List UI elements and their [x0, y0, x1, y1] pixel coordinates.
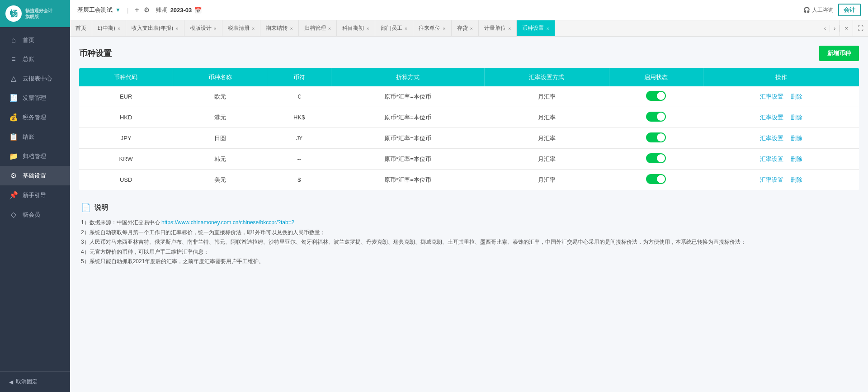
action-rate-link[interactable]: 汇率设置 [760, 93, 783, 100]
calendar-icon[interactable]: 📅 [194, 7, 202, 14]
tab-close-icon[interactable]: × [175, 26, 178, 31]
tab-close-icon[interactable]: × [214, 26, 217, 31]
toggle-enabled[interactable] [646, 112, 666, 122]
action-delete-link[interactable]: 删除 [791, 156, 802, 162]
action-delete-link[interactable]: 删除 [791, 135, 802, 142]
tab-close-icon[interactable]: × [470, 26, 473, 31]
toggle-enabled[interactable] [646, 174, 666, 184]
tab-periodend[interactable]: 期末结转 × [260, 20, 298, 36]
cell-rate-method: 月汇率 [485, 86, 609, 107]
sidebar-item-settings[interactable]: ⚙ 基础设置 [0, 166, 70, 185]
tab-taxclear[interactable]: 税表清册 × [222, 20, 260, 36]
tab-subjects[interactable]: 科目期初 × [337, 20, 375, 36]
tab-close-icon[interactable]: × [366, 26, 369, 31]
sidebar-item-archive[interactable]: 📁 归档管理 [0, 146, 70, 166]
tab-unit[interactable]: 计量单位 × [479, 20, 517, 36]
tab-income[interactable]: 收入支出表(年报) × [126, 20, 184, 36]
tab-partners[interactable]: 往来单位 × [413, 20, 451, 36]
notes-section: 📄 说明 1）数据来源：中国外汇交易中心 https://www.chinamo… [79, 203, 859, 267]
home-icon: ⌂ [9, 36, 18, 44]
sidebar-footer[interactable]: ◀ 取消固定 [0, 371, 70, 392]
tab-close-icon[interactable]: × [328, 26, 331, 31]
tab-balance[interactable]: £(中期) × [92, 20, 126, 36]
tab-filing[interactable]: 归档管理 × [299, 20, 337, 36]
cell-code: KRW [79, 149, 173, 170]
sidebar-item-label: 畅会员 [23, 211, 40, 219]
col-symbol: 币符 [267, 68, 331, 86]
topbar-settings-icon[interactable]: ⚙ [144, 6, 150, 14]
note-item: 2）系统自动获取每月第一个工作日的汇率标价，统一为直接标价法，即1外币可以兑换的… [81, 228, 857, 238]
tab-home[interactable]: 首页 [70, 20, 92, 36]
company-name: 基层工会测试 [77, 6, 113, 14]
topbar-service-button[interactable]: 🎧 人工咨询 [803, 6, 834, 14]
tab-close-icon[interactable]: × [546, 26, 549, 31]
sidebar-nav: ⌂ 首页 ≡ 总账 △ 云报表中心 🧾 发票管理 💰 税务管理 📋 结账 📁 归… [0, 27, 70, 371]
table: 币种代码 币种名称 币符 折算方式 汇率设置方式 启用状态 操作 EUR 欧元 … [79, 68, 859, 190]
action-rate-link[interactable]: 汇率设置 [760, 114, 783, 121]
topbar-add-button[interactable]: + [135, 6, 139, 14]
tab-next-button[interactable]: › [830, 25, 840, 32]
action-rate-link[interactable]: 汇率设置 [760, 176, 783, 183]
sidebar-item-invoice[interactable]: 🧾 发票管理 [0, 88, 70, 108]
tab-close-icon[interactable]: × [290, 26, 292, 31]
tab-close-icon[interactable]: × [508, 26, 511, 31]
sidebar-item-reports[interactable]: △ 云报表中心 [0, 69, 70, 88]
col-name: 币种名称 [173, 68, 267, 86]
topbar-company[interactable]: 基层工会测试 ▼ [77, 6, 121, 14]
action-rate-link[interactable]: 汇率设置 [760, 135, 783, 142]
sidebar-item-tax[interactable]: 💰 税务管理 [0, 108, 70, 127]
action-rate-link[interactable]: 汇率设置 [760, 156, 783, 162]
period-label: 账期 [156, 6, 168, 14]
cell-name: 日圆 [173, 128, 267, 149]
cell-status [609, 170, 703, 190]
cell-conversion: 原币*汇率=本位币 [331, 149, 485, 170]
table-row: HKD 港元 HK$ 原币*汇率=本位币 月汇率 汇率设置 删除 [79, 107, 859, 128]
tab-actions: ‹ › × ⛶ [821, 20, 868, 36]
cell-code: JPY [79, 128, 173, 149]
tab-fullscreen-button[interactable]: ⛶ [853, 20, 868, 36]
tab-close-icon[interactable]: × [252, 26, 255, 31]
new-currency-button[interactable]: 新增币种 [819, 46, 859, 61]
cell-symbol: -- [267, 149, 331, 170]
sidebar-item-label: 新手引导 [23, 191, 46, 199]
action-delete-link[interactable]: 删除 [791, 114, 802, 121]
action-delete-link[interactable]: 删除 [791, 176, 802, 183]
cell-code: HKD [79, 107, 173, 128]
tab-close-all-button[interactable]: × [840, 20, 853, 36]
action-delete-link[interactable]: 删除 [791, 93, 802, 100]
cell-actions: 汇率设置 删除 [703, 149, 859, 170]
col-rate-method: 汇率设置方式 [485, 68, 609, 86]
tab-template[interactable]: 模版设计 × [184, 20, 222, 36]
cell-name: 欧元 [173, 86, 267, 107]
tab-inventory[interactable]: 存货 × [452, 20, 479, 36]
tab-label: 计量单位 [484, 24, 506, 32]
cell-name: 韩元 [173, 149, 267, 170]
notes-list: 1）数据来源：中国外汇交易中心 https://www.chinamoney.c… [81, 218, 857, 267]
sidebar-item-label: 发票管理 [23, 94, 46, 102]
sidebar-item-label: 基础设置 [23, 172, 46, 180]
tab-currency[interactable]: 币种设置 × [517, 20, 555, 36]
tab-prev-button[interactable]: ‹ [821, 25, 830, 32]
topbar-kuaiji-button[interactable]: 会计 [838, 4, 861, 16]
tab-dept[interactable]: 部门员工 × [375, 20, 413, 36]
member-icon: ◇ [9, 210, 18, 219]
tab-label: 归档管理 [304, 24, 326, 32]
notes-link[interactable]: https://www.chinamoney.com.cn/chinese/bk… [161, 219, 294, 226]
sidebar-item-settle[interactable]: 📋 结账 [0, 127, 70, 146]
sidebar-item-guide[interactable]: 📌 新手引导 [0, 185, 70, 205]
table-header-row: 币种代码 币种名称 币符 折算方式 汇率设置方式 启用状态 操作 [79, 68, 859, 86]
settle-icon: 📋 [9, 132, 18, 141]
tab-close-icon[interactable]: × [118, 26, 120, 31]
sidebar-item-home[interactable]: ⌂ 首页 [0, 31, 70, 50]
tab-label: 收入支出表(年报) [132, 24, 173, 32]
sidebar-item-ledger[interactable]: ≡ 总账 [0, 50, 70, 69]
sidebar-item-member[interactable]: ◇ 畅会员 [0, 205, 70, 224]
toggle-enabled[interactable] [646, 132, 666, 142]
toggle-enabled[interactable] [646, 91, 666, 101]
toggle-enabled[interactable] [646, 153, 666, 163]
tab-close-icon[interactable]: × [443, 26, 445, 31]
tab-close-icon[interactable]: × [405, 26, 407, 31]
cell-name: 港元 [173, 107, 267, 128]
tabbar: 首页 £(中期) × 收入支出表(年报) × 模版设计 × 税表清册 × 期末结… [70, 20, 868, 37]
cell-status [609, 86, 703, 107]
